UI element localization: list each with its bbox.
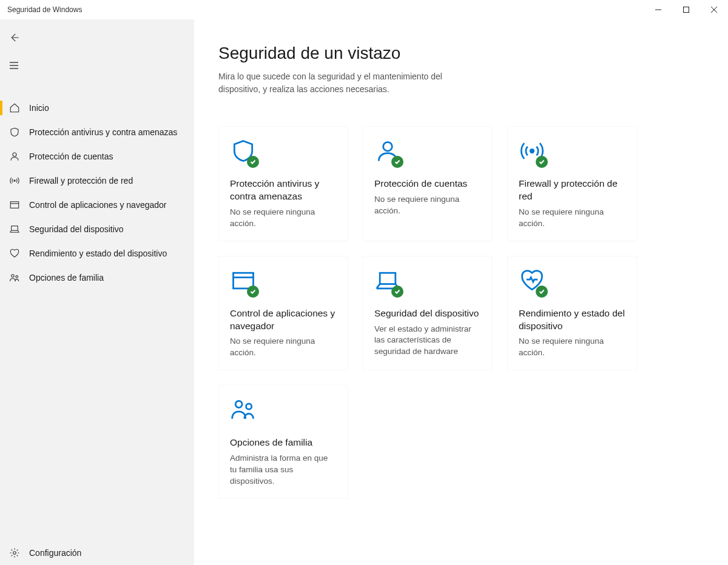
svg-rect-3 xyxy=(10,202,19,209)
shield-icon xyxy=(8,127,21,138)
back-button[interactable] xyxy=(0,25,194,50)
check-badge-icon xyxy=(536,286,548,298)
check-badge-icon xyxy=(391,286,403,298)
sidebar-item-home[interactable]: Inicio xyxy=(0,96,194,120)
sidebar-item-label: Protección de cuentas xyxy=(29,152,113,161)
tile-title: Opciones de familia xyxy=(230,436,337,449)
sidebar-item-settings[interactable]: Configuración xyxy=(0,541,194,565)
sidebar-item-label: Firewall y protección de red xyxy=(29,176,133,186)
check-badge-icon xyxy=(536,156,548,168)
tile-status: No se requiere ninguna acción. xyxy=(230,207,337,230)
home-icon xyxy=(8,102,21,113)
sidebar-item-label: Control de aplicaciones y navegador xyxy=(29,200,166,210)
sidebar-item-label: Opciones de familia xyxy=(29,273,104,282)
svg-point-12 xyxy=(235,401,242,408)
sidebar-item-label: Rendimiento y estado del dispositivo xyxy=(29,249,167,258)
svg-rect-4 xyxy=(12,226,18,231)
tile-title: Protección de cuentas xyxy=(374,178,481,190)
svg-point-9 xyxy=(530,149,534,153)
sidebar-item-appbrowser[interactable]: Control de aplicaciones y navegador xyxy=(0,193,194,217)
tile-status: No se requiere ninguna acción. xyxy=(519,207,625,230)
svg-point-5 xyxy=(12,275,15,278)
sidebar-item-devicesec[interactable]: Seguridad del dispositivo xyxy=(0,217,194,241)
family-icon xyxy=(8,272,21,283)
svg-point-8 xyxy=(383,142,393,151)
sidebar-item-label: Seguridad del dispositivo xyxy=(29,224,124,234)
sidebar-item-family[interactable]: Opciones de familia xyxy=(0,266,194,290)
tile-title: Rendimiento y estado del dispositivo xyxy=(519,307,625,333)
family-icon xyxy=(230,396,254,421)
laptop-icon xyxy=(8,224,21,235)
gear-icon xyxy=(8,547,21,558)
tile-health[interactable]: Rendimiento y estado del dispositivo No … xyxy=(507,256,637,371)
svg-point-7 xyxy=(13,552,16,555)
tile-status: No se requiere ninguna acción. xyxy=(230,336,337,359)
window-title: Seguridad de Windows xyxy=(7,5,82,14)
svg-point-13 xyxy=(246,404,252,409)
hamburger-button[interactable] xyxy=(0,53,194,78)
title-bar: Seguridad de Windows xyxy=(0,0,728,19)
sidebar-item-label: Protección antivirus y contra amenazas xyxy=(29,127,177,137)
svg-point-6 xyxy=(16,276,18,278)
check-badge-icon xyxy=(391,156,403,168)
check-badge-icon xyxy=(247,286,259,298)
tile-firewall[interactable]: Firewall y protección de red No se requi… xyxy=(507,126,637,241)
heart-icon xyxy=(8,248,21,259)
tile-title: Seguridad del dispositivo xyxy=(374,307,481,320)
broadcast-icon xyxy=(8,175,21,186)
maximize-button[interactable] xyxy=(672,0,700,19)
main-content: Seguridad de un vistazo Mira lo que suce… xyxy=(194,19,728,565)
tile-title: Firewall y protección de red xyxy=(519,178,625,203)
tile-account[interactable]: Protección de cuentas No se requiere nin… xyxy=(363,126,493,241)
tile-title: Control de aplicaciones y navegador xyxy=(230,307,337,333)
sidebar: Inicio Protección antivirus y contra ame… xyxy=(0,19,194,565)
sidebar-item-label: Configuración xyxy=(29,548,81,558)
svg-rect-11 xyxy=(380,273,396,284)
minimize-button[interactable] xyxy=(644,0,672,19)
account-icon xyxy=(8,151,21,162)
sidebar-item-health[interactable]: Rendimiento y estado del dispositivo xyxy=(0,241,194,266)
check-badge-icon xyxy=(247,156,259,168)
svg-rect-0 xyxy=(684,7,689,13)
tile-family[interactable]: Opciones de familia Administra la forma … xyxy=(218,385,348,499)
tile-status: No se requiere ninguna acción. xyxy=(519,336,625,359)
tile-title: Protección antivirus y contra amenazas xyxy=(230,178,337,203)
svg-point-1 xyxy=(13,153,16,156)
sidebar-item-virus[interactable]: Protección antivirus y contra amenazas xyxy=(0,120,194,144)
tile-virus[interactable]: Protección antivirus y contra amenazas N… xyxy=(218,126,348,241)
tile-status: No se requiere ninguna acción. xyxy=(374,194,481,217)
tile-status: Administra la forma en que tu familia us… xyxy=(230,453,337,487)
svg-point-2 xyxy=(14,180,15,181)
page-subtitle: Mira lo que sucede con la seguridad y el… xyxy=(218,70,473,96)
tile-status: Ver el estado y administrar las caracter… xyxy=(374,324,481,358)
tile-devicesec[interactable]: Seguridad del dispositivo Ver el estado … xyxy=(363,256,493,371)
sidebar-item-firewall[interactable]: Firewall y protección de red xyxy=(0,169,194,193)
sidebar-item-account[interactable]: Protección de cuentas xyxy=(0,144,194,169)
sidebar-item-label: Inicio xyxy=(29,103,49,113)
close-button[interactable] xyxy=(700,0,728,19)
window-icon xyxy=(8,199,21,210)
page-title: Seguridad de un vistazo xyxy=(218,44,728,63)
tile-appbrowser[interactable]: Control de aplicaciones y navegador No s… xyxy=(218,256,348,371)
